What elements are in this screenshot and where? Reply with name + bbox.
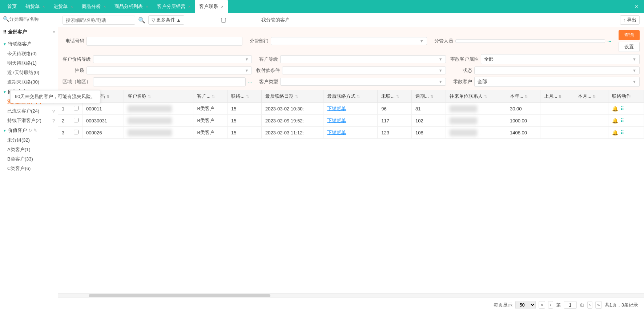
contact-action-icon-0[interactable]: 🔔 — [612, 106, 618, 112]
filter-customer-level: 客户等级 ▼ — [256, 55, 446, 63]
filter-customer-level-select[interactable]: ▼ — [280, 55, 446, 63]
sidebar-collapse-icon[interactable]: « — [52, 29, 55, 35]
filter-scattered-attr-select[interactable]: 全部 ▼ — [481, 54, 640, 64]
sort-icon-last-month[interactable]: ⇅ — [559, 94, 562, 98]
sidebar-group-pending[interactable]: ▼ 待联络客户 — [0, 39, 58, 49]
nav-purchase[interactable]: 进货单 × — [49, 0, 77, 13]
last-page-button[interactable]: » — [595, 301, 601, 309]
sidebar-item-class-a[interactable]: A类客户(1) — [0, 145, 58, 154]
sort-icon-contact[interactable]: ⇅ — [246, 94, 249, 98]
more-action-icon-2[interactable]: ⠿ — [620, 130, 624, 135]
filter-scattered-select[interactable]: 全部 ▼ — [474, 77, 640, 87]
filter-scattered-attr: 零散客户属性 全部 ▼ — [450, 54, 640, 64]
filter-person-select[interactable] — [455, 39, 605, 43]
nav-customer-contact-close[interactable]: × — [221, 0, 223, 13]
sidebar-item-ungrouped[interactable]: 未分组(32) — [0, 135, 58, 145]
nav-analysis-list[interactable]: 商品分析列表 × — [110, 0, 152, 13]
my-customer-checkbox[interactable] — [187, 18, 260, 23]
my-customer-filter[interactable]: 我分管的客户 — [187, 17, 290, 23]
contact-action-icon-1[interactable]: 🔔 — [612, 118, 618, 123]
nav-purchase-close[interactable]: × — [71, 0, 73, 13]
nav-customer-tier-close[interactable]: × — [188, 0, 190, 13]
sort-icon-this-year[interactable]: ⇅ — [525, 94, 528, 98]
edit-icon[interactable]: ✎ — [33, 128, 37, 133]
sort-icon-name[interactable]: ⇅ — [148, 94, 151, 98]
more-dots-region-icon[interactable]: ··· — [248, 79, 252, 85]
sidebar-item-class-b[interactable]: B类客户(33) — [0, 154, 58, 164]
sidebar-item-churned[interactable]: 已流失客户(24) ? — [0, 106, 58, 116]
more-action-icon-0[interactable]: ⠿ — [620, 106, 624, 112]
sort-icon-type[interactable]: ⇅ — [212, 94, 215, 98]
filter-dept-select[interactable]: ▼ — [271, 37, 427, 45]
hscroll-bar[interactable] — [58, 293, 644, 297]
sidebar-item-class-c-label: C类客户(6) — [7, 165, 31, 172]
per-page-select[interactable]: 50 100 200 — [515, 301, 536, 309]
nav-analysis[interactable]: 商品分析 × — [77, 0, 110, 13]
nav-home[interactable]: 首页 — [3, 0, 21, 13]
query-button[interactable]: 查询 — [619, 30, 640, 40]
sidebar-search-input[interactable] — [9, 16, 58, 22]
filter-nature-select[interactable]: ▼ — [86, 66, 252, 74]
td-type-1: B类客户 — [193, 115, 228, 127]
sidebar-all-customers[interactable]: ⠿ 全部客户 « — [0, 27, 58, 37]
th-contact-label: 联络... — [231, 93, 245, 100]
nav-analysis-label: 商品分析 — [82, 0, 101, 13]
td-method-link-2[interactable]: 下销货单 — [327, 130, 346, 135]
sidebar-item-overdue-contact[interactable]: 逾期未联络(30) — [0, 77, 58, 87]
pagination-bar: 每页显示 50 100 200 « ‹ 第 页 › » 共1页，3条记录 — [58, 297, 644, 312]
refresh-icon[interactable]: ↻ — [28, 128, 32, 133]
export-button[interactable]: ↑ 导出 — [620, 15, 640, 25]
sidebar-item-class-c[interactable]: C类客户(6) — [0, 164, 58, 173]
sort-icon-method[interactable]: ⇅ — [357, 94, 360, 98]
sort-icon-no-contact[interactable]: ⇅ — [396, 94, 399, 98]
filter-price-level-select[interactable]: ▼ — [93, 55, 252, 63]
hscroll-thumb[interactable] — [89, 294, 270, 297]
window-close-button[interactable]: × — [632, 3, 641, 10]
search-input[interactable] — [63, 16, 135, 25]
sidebar-item-declining[interactable]: 持续下滑客户(2) ? — [0, 116, 58, 125]
first-page-button[interactable]: « — [539, 301, 545, 309]
row-checkbox-0[interactable] — [74, 106, 79, 110]
sort-icon-this-month[interactable]: ⇅ — [593, 94, 596, 98]
row-checkbox-1[interactable] — [74, 118, 79, 122]
td-index-1: 2 — [58, 115, 70, 127]
nav-sales[interactable]: 销货单 × — [21, 0, 49, 13]
more-action-icon-1[interactable]: ⠿ — [620, 118, 624, 123]
sort-icon-date[interactable]: ⇅ — [295, 94, 298, 98]
nav-customer-tier[interactable]: 客户分层经营 × — [153, 0, 195, 13]
page-number-input[interactable] — [564, 301, 577, 309]
filter-payment-select[interactable]: ▼ — [282, 66, 446, 74]
next-page-button[interactable]: › — [587, 301, 592, 309]
filter-phone-input[interactable] — [86, 37, 242, 46]
td-method-link-1[interactable]: 下销货单 — [327, 118, 346, 123]
nav-analysis-close[interactable]: × — [104, 0, 106, 13]
filter-customer-type-select[interactable]: ▼ — [280, 78, 446, 86]
contact-action-icon-2[interactable]: 🔔 — [612, 130, 618, 135]
filter-region-input[interactable] — [93, 77, 246, 86]
td-this-year-1: 1000.00 — [506, 115, 540, 127]
td-last-month-0 — [540, 103, 574, 115]
settings-button[interactable]: 设置 — [619, 42, 640, 52]
sort-icon-overdue[interactable]: ⇅ — [430, 94, 433, 98]
sort-icon-contact-person[interactable]: ⇅ — [484, 94, 487, 98]
sidebar-group-value[interactable]: ▼ 价值客户 ↻ ✎ — [0, 125, 58, 135]
nav-analysis-list-close[interactable]: × — [146, 0, 148, 13]
nav-customer-contact-label: 客户联系 — [199, 0, 218, 13]
search-button[interactable]: 🔍 — [138, 17, 145, 24]
row-checkbox-2[interactable] — [74, 130, 79, 134]
sidebar-item-7day-contact[interactable]: 近7天待联络(0) — [0, 68, 58, 77]
nav-sales-close[interactable]: × — [43, 0, 45, 13]
filter-dept: 分管部门 ▼ — [247, 37, 427, 45]
nav-customer-contact[interactable]: 客户联系 × — [195, 0, 228, 13]
th-contact-person: 往来单位联系人 ⇅ — [446, 90, 506, 103]
page-label: 第 — [556, 302, 561, 308]
td-method-link-0[interactable]: 下销货单 — [327, 106, 346, 111]
more-dots-icon[interactable]: ··· — [607, 39, 611, 44]
sort-icon-code[interactable]: ⇅ — [106, 94, 109, 98]
sidebar-item-tomorrow-contact[interactable]: 明天待联络(1) — [0, 58, 58, 68]
sidebar-item-today-contact[interactable]: 今天待联络(0) — [0, 49, 58, 58]
more-conditions-button[interactable]: ▽ 更多条件 ▲ — [148, 15, 184, 25]
prev-page-button[interactable]: ‹ — [548, 301, 553, 309]
filter-status-select[interactable]: ▼ — [474, 66, 640, 74]
td-code-0: 000011 — [82, 103, 124, 115]
